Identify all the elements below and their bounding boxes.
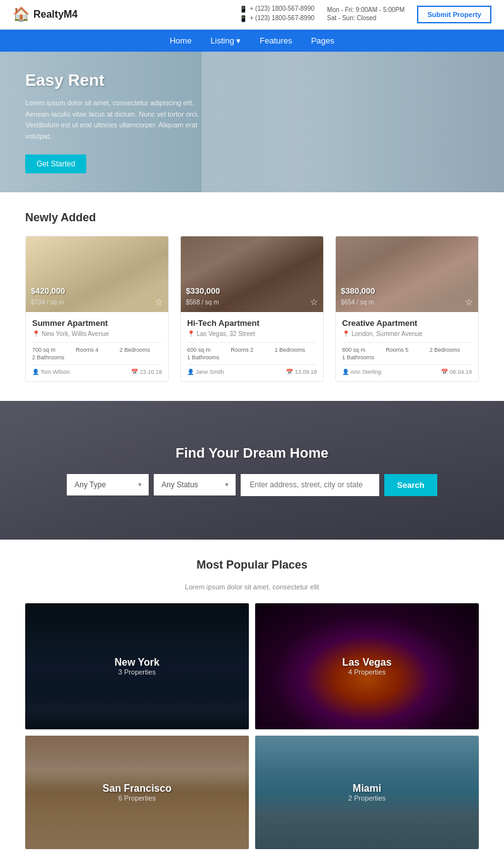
listing-date: 📅 06.04.18 [441,369,472,375]
place-properties: 6 Properties [118,794,156,802]
place-name: Miami [353,783,381,794]
property-specs: 600 sq m Rooms 2 1 Bedrooms 1 Bathrooms [187,347,317,361]
hero-title: Easy Rent [25,71,214,90]
place-properties: 4 Properties [348,668,386,676]
agent-name: 👤 Tom Wilson [32,369,70,375]
type-select[interactable]: Any Type Apartment House Villa [67,474,149,495]
place-card-las-vegas[interactable]: Las Vegas 4 Properties [255,603,479,729]
property-location: 📍 Las Vegas, 32 Street [187,330,317,337]
agent-name: 👤 Ann Sterling [342,369,381,375]
header: 🏠 RealtyM4 📱 + (123) 1800-567-8990 📱 + (… [0,0,504,30]
phone1: 📱 + (123) 1800-567-8990 [239,5,314,13]
places-grid: New York 3 Properties Las Vegas 4 Proper… [25,603,479,849]
card-image: $420,000 $734 / sq m ☆ [26,236,168,312]
property-specs: 700 sq m Rooms 4 2 Bedrooms 2 Bathrooms [32,347,162,361]
logo: 🏠 RealtyM4 [13,6,239,23]
listing-date: 📅 13.09.18 [286,369,317,375]
status-select-wrapper: Any Status For Sale For Rent [154,474,236,496]
status-select[interactable]: Any Status For Sale For Rent [154,474,236,495]
hours2: Sat - Sun: Closed [327,14,404,21]
place-name: San Francisco [103,783,171,794]
agent-name: 👤 Jane Smith [187,369,224,375]
place-properties: 2 Properties [348,794,386,802]
dream-content: Find Your Dream Home Any Type Apartment … [0,426,504,515]
property-specs: 800 sq m Rooms 5 2 Bedrooms 1 Bathrooms [342,347,472,361]
place-card-new-york[interactable]: New York 3 Properties [25,603,249,729]
card-body: Hi-Tech Apartment 📍 Las Vegas, 32 Street… [181,312,323,381]
card-price: $330,000 $568 / sq m [186,286,220,307]
card-footer: 👤 Ann Sterling 📅 06.04.18 [342,364,472,375]
property-cards-grid: $420,000 $734 / sq m ☆ Summer Apartment … [25,236,479,382]
property-name: Creative Apartment [342,318,472,328]
place-label: Miami 2 Properties [255,736,479,849]
card-footer: 👤 Jane Smith 📅 13.09.18 [187,364,317,375]
property-name: Summer Apartment [32,318,162,328]
price-value: $380,000 [341,286,375,296]
place-label: New York 3 Properties [25,603,249,729]
hero-section: Easy Rent Lorem ipsum dolor sit amet, co… [0,52,504,192]
favorite-icon[interactable]: ☆ [465,297,473,307]
hours-info: Mon - Fri: 9:00AM - 5:00PM Sat - Sun: Cl… [327,6,404,23]
logo-icon: 🏠 [13,6,30,23]
card-price: $380,000 $654 / sq m [341,286,375,307]
contact-info: 📱 + (123) 1800-567-8990 📱 + (123) 1800-5… [239,5,314,24]
pin-icon: 📍 [342,330,350,337]
price-sqm: $568 / sq m [186,299,219,306]
card-image: $380,000 $654 / sq m ☆ [336,236,478,312]
pin-icon: 📍 [32,330,40,337]
property-name: Hi-Tech Apartment [187,318,317,328]
property-location: 📍 New York, Willis Avenue [32,330,162,337]
listing-date: 📅 23.10.18 [131,369,162,375]
type-select-wrapper: Any Type Apartment House Villa [67,474,149,496]
card-body: Summer Apartment 📍 New York, Willis Aven… [26,312,168,381]
nav-features[interactable]: Features [260,36,292,45]
search-bar: Any Type Apartment House Villa Any Statu… [13,474,491,496]
card-image: $330,000 $568 / sq m ☆ [181,236,323,312]
hero-cta-button[interactable]: Get Started [25,154,86,173]
favorite-icon[interactable]: ☆ [155,297,163,307]
popular-places-section: Most Popular Places Lorem ipsum dolor si… [0,540,504,851]
property-card[interactable]: $420,000 $734 / sq m ☆ Summer Apartment … [25,236,169,382]
card-price: $420,000 $734 / sq m [31,286,65,307]
search-button[interactable]: Search [384,474,437,496]
nav-pages[interactable]: Pages [311,36,335,45]
search-input[interactable] [241,474,379,496]
property-card[interactable]: $330,000 $568 / sq m ☆ Hi-Tech Apartment… [180,236,324,382]
place-properties: 3 Properties [118,668,156,676]
main-nav: Home Listing ▾ Features Pages [0,30,504,52]
submit-property-button[interactable]: Submit Property [417,6,491,23]
newly-added-title: Newly Added [25,211,479,224]
place-label: San Francisco 6 Properties [25,736,249,849]
place-card-san-francisco[interactable]: San Francisco 6 Properties [25,736,249,849]
card-footer: 👤 Tom Wilson 📅 23.10.18 [32,364,162,375]
price-sqm: $654 / sq m [341,299,374,306]
popular-places-subtitle: Lorem ipsum dolor sit amet, consectetur … [25,583,479,591]
phone2: 📱 + (123) 1800-567-8990 [239,14,314,23]
place-name: New York [115,657,159,668]
dream-home-section: Find Your Dream Home Any Type Apartment … [0,401,504,540]
nav-home[interactable]: Home [169,36,192,45]
card-body: Creative Apartment 📍 London, Summer Aven… [336,312,478,381]
dream-title: Find Your Dream Home [13,445,491,461]
favorite-icon[interactable]: ☆ [310,297,318,307]
newly-added-section: Newly Added $420,000 $734 / sq m ☆ Summe… [0,192,504,401]
logo-text: RealtyM4 [33,9,77,20]
property-card[interactable]: $380,000 $654 / sq m ☆ Creative Apartmen… [335,236,479,382]
popular-places-title: Most Popular Places [25,559,479,572]
property-location: 📍 London, Summer Avenue [342,330,472,337]
hours1: Mon - Fri: 9:00AM - 5:00PM [327,6,404,13]
place-name: Las Vegas [342,657,391,668]
place-label: Las Vegas 4 Properties [255,603,479,729]
price-sqm: $734 / sq m [31,299,64,306]
pin-icon: 📍 [187,330,195,337]
hero-content: Easy Rent Lorem ipsum dolor sit amet, co… [0,52,239,192]
price-value: $420,000 [31,286,65,296]
hero-description: Lorem ipsum dolor sit amet, consectetur … [25,98,214,142]
price-value: $330,000 [186,286,220,296]
nav-listing[interactable]: Listing ▾ [210,36,241,45]
place-card-miami[interactable]: Miami 2 Properties [255,736,479,849]
